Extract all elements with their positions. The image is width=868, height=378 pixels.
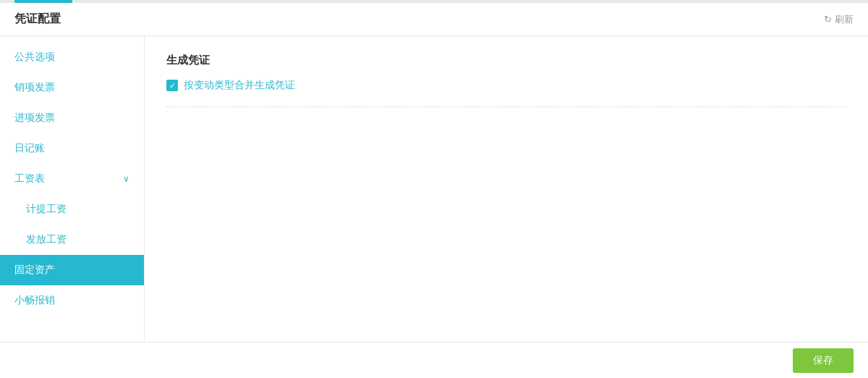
footer: 保存 [0, 342, 868, 378]
header: 凭证配置 ↻ 刷新 [0, 3, 868, 36]
refresh-button[interactable]: ↻ 刷新 [824, 13, 854, 26]
sidebar-item-calc-payroll[interactable]: 计提工资 [0, 194, 144, 224]
sidebar-item-expense-report[interactable]: 小畅报销 [0, 285, 144, 316]
merge-checkbox[interactable]: ✓ [166, 80, 178, 91]
sidebar-item-label: 公共选项 [14, 51, 55, 64]
sidebar-item-label: 固定资产 [14, 264, 55, 277]
main-content: 公共选项销项发票进项发票日记账工资表∨计提工资发放工资固定资产小畅报销 生成凭证… [0, 36, 868, 342]
refresh-icon: ↻ [824, 14, 832, 25]
save-button[interactable]: 保存 [793, 348, 854, 373]
sidebar-item-pay-payroll[interactable]: 发放工资 [0, 224, 144, 255]
sidebar-item-label: 发放工资 [26, 233, 67, 246]
page-wrapper: 凭证配置 ↻ 刷新 公共选项销项发票进项发票日记账工资表∨计提工资发放工资固定资… [0, 0, 868, 378]
check-mark: ✓ [169, 82, 176, 90]
sidebar-item-payroll-table[interactable]: 工资表∨ [0, 164, 144, 194]
sidebar: 公共选项销项发票进项发票日记账工资表∨计提工资发放工资固定资产小畅报销 [0, 36, 145, 342]
sidebar-item-label: 小畅报销 [14, 294, 55, 307]
section-title: 生成凭证 [166, 54, 846, 67]
sidebar-item-label: 进项发票 [14, 112, 55, 125]
divider [166, 106, 846, 107]
sidebar-item-label: 工资表 [14, 172, 45, 185]
page-title: 凭证配置 [14, 12, 61, 27]
sidebar-item-purchase-invoice[interactable]: 进项发票 [0, 103, 144, 133]
sidebar-item-public-options[interactable]: 公共选项 [0, 42, 144, 72]
sidebar-item-label: 日记账 [14, 142, 45, 155]
sidebar-item-sales-invoice[interactable]: 销项发票 [0, 72, 144, 103]
sidebar-item-journal[interactable]: 日记账 [0, 133, 144, 164]
checkbox-label: 按变动类型合并生成凭证 [184, 79, 295, 92]
content-area: 生成凭证 ✓ 按变动类型合并生成凭证 [145, 36, 868, 342]
chevron-down-icon: ∨ [123, 174, 129, 184]
sidebar-item-label: 计提工资 [26, 203, 67, 216]
refresh-label: 刷新 [835, 13, 854, 26]
sidebar-item-fixed-assets[interactable]: 固定资产 [0, 255, 144, 285]
checkbox-row: ✓ 按变动类型合并生成凭证 [166, 79, 846, 92]
sidebar-item-label: 销项发票 [14, 81, 55, 94]
